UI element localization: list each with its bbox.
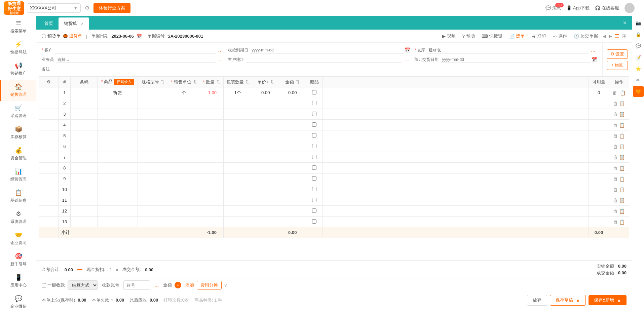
sidebar-item-corpwechat[interactable]: 💬 企业微信: [0, 291, 36, 311]
history-btn[interactable]: 🕐 历史单据: [572, 32, 600, 40]
sidebar-item-mkt[interactable]: 📢 营销推广: [0, 59, 36, 80]
app-download-btn[interactable]: 📱 App下载: [566, 5, 590, 11]
sidebar-item-biz[interactable]: 📊 经营管理: [0, 164, 36, 186]
row1-pkgqty[interactable]: 1个: [223, 87, 252, 98]
pkg-sort-icon[interactable]: ⇅: [245, 79, 249, 84]
calc-method-select[interactable]: 结算方式: [68, 280, 98, 290]
save-new-btn[interactable]: 保存&新增 ▲: [589, 295, 627, 305]
row-copy-icon[interactable]: 📋: [618, 100, 626, 107]
avatar[interactable]: [624, 3, 635, 13]
addr-more-icon[interactable]: …: [403, 57, 410, 62]
expected-date-input[interactable]: [441, 56, 590, 63]
unit-sort-icon[interactable]: ⇅: [193, 79, 197, 84]
row-delete-icon[interactable]: 🗑: [612, 122, 618, 128]
row-copy-icon[interactable]: 📋: [618, 154, 626, 161]
expense-help-icon[interactable]: ?: [224, 283, 227, 288]
row1-price[interactable]: 0.00: [252, 87, 279, 98]
row1-copy-icon[interactable]: 📋: [619, 89, 626, 96]
radio-return[interactable]: 退货单: [63, 33, 82, 39]
date-picker-icon[interactable]: 📅: [137, 34, 142, 39]
row-copy-icon[interactable]: 📋: [618, 176, 626, 182]
sidebar-item-baseinfo[interactable]: 📋 基础信息: [0, 186, 36, 207]
expected-cal-icon[interactable]: 📅: [591, 57, 597, 62]
row-delete-icon[interactable]: 🗑: [612, 219, 618, 225]
row-copy-icon[interactable]: 📋: [618, 186, 626, 193]
add-payment-label[interactable]: 添加: [185, 282, 194, 288]
sidebar-item-appcenter[interactable]: 📱 应用中心: [0, 270, 36, 291]
row-copy-icon[interactable]: 📋: [618, 219, 626, 225]
row1-spec[interactable]: [138, 87, 168, 98]
float-star-btn[interactable]: ⭐: [633, 63, 644, 74]
row-delete-icon[interactable]: 🗑: [612, 154, 618, 161]
remark-input[interactable]: [54, 66, 597, 72]
sidebar-item-search[interactable]: ☰ 搜索菜单: [0, 16, 36, 37]
sidebar-item-finance[interactable]: 💰 资金管理: [0, 143, 36, 164]
row-copy-icon[interactable]: 📋: [618, 208, 626, 215]
account-input[interactable]: [123, 280, 150, 290]
amount-sort-icon[interactable]: ⇅: [296, 79, 300, 84]
spec-sort-icon[interactable]: ⇅: [161, 79, 164, 84]
row-copy-icon[interactable]: 📋: [618, 143, 626, 150]
draft-arrow-icon[interactable]: ▲: [576, 298, 580, 303]
qty-sort-icon[interactable]: ⇅: [217, 79, 220, 84]
row1-delete-icon[interactable]: 🗑: [612, 89, 618, 96]
sidebar-item-collab[interactable]: 🤝 企业协同: [0, 228, 36, 249]
discard-btn[interactable]: 放弃: [527, 295, 547, 306]
warehouse-more-icon[interactable]: …: [590, 47, 597, 53]
company-selector[interactable]: XXXXXX公司 ▼: [27, 3, 81, 13]
row-copy-icon[interactable]: 📋: [618, 132, 626, 139]
account-more-icon[interactable]: …: [153, 282, 160, 288]
print-btn[interactable]: 🖨 打印: [529, 32, 548, 40]
float-chat-btn[interactable]: 💬: [633, 40, 644, 51]
row1-gift[interactable]: [306, 87, 323, 98]
select-order-btn[interactable]: 📄 选单: [507, 32, 527, 40]
video-btn[interactable]: ▶ 视频: [440, 32, 458, 40]
service-btn[interactable]: 🎧 在线客服: [595, 5, 619, 11]
row-delete-icon[interactable]: 🗑: [612, 132, 618, 139]
float-orange-btn[interactable]: 🧡: [633, 86, 644, 97]
prev-record-icon[interactable]: ◀: [603, 34, 606, 39]
settings-btn[interactable]: ⚙ 设置: [607, 49, 628, 59]
sidebar-item-inventory[interactable]: 📦 库存核算: [0, 122, 36, 143]
sidebar-item-quicknav[interactable]: ⚡ 快捷导航: [0, 37, 36, 59]
price-sort-icon[interactable]: ⇅: [270, 79, 274, 84]
row-delete-icon[interactable]: 🗑: [612, 165, 618, 171]
close-all-icon[interactable]: ×: [623, 20, 627, 27]
row-delete-icon[interactable]: 🗑: [612, 197, 618, 204]
row-delete-icon[interactable]: 🗑: [612, 111, 618, 118]
customer-more-icon[interactable]: …: [217, 47, 224, 53]
float-lock-btn[interactable]: 🔒: [633, 29, 644, 40]
table-settings-icon[interactable]: ⚙: [47, 79, 51, 84]
customer-addr-input[interactable]: [246, 56, 402, 63]
topbar-gear-icon[interactable]: ⚙: [85, 5, 89, 11]
sidebar-item-sales[interactable]: 🏠 销售管理: [0, 80, 36, 101]
discount-help-icon[interactable]: ?: [109, 267, 112, 272]
sidebar-item-sysmgmt[interactable]: ⚙ 系统管理: [0, 207, 36, 228]
row1-unit[interactable]: 个: [168, 87, 200, 98]
row-delete-icon[interactable]: 🗑: [612, 208, 618, 215]
add-payment-btn[interactable]: +: [175, 282, 181, 288]
row-copy-icon[interactable]: 📋: [618, 197, 626, 204]
warehouse-input[interactable]: [427, 47, 589, 53]
row-delete-icon[interactable]: 🗑: [612, 176, 618, 182]
float-edit-btn[interactable]: ✏: [633, 75, 644, 85]
ops-btn[interactable]: ⋯ 操作: [551, 32, 569, 40]
customer-input[interactable]: [54, 47, 216, 53]
table-wrapper[interactable]: ⚙ # 条码 * 商品 扫码录入 规格型号 ⇅: [36, 76, 632, 260]
float-camera-btn[interactable]: 📷: [633, 17, 644, 28]
next-record-icon[interactable]: ▶: [609, 34, 612, 39]
help-btn[interactable]: ? 帮助: [460, 32, 477, 40]
tab-close-icon[interactable]: ×: [81, 21, 84, 26]
row-copy-icon[interactable]: 📋: [618, 165, 626, 171]
msg-btn[interactable]: 💬 消息 99+: [545, 5, 561, 11]
logistics-btn[interactable]: + 物流: [607, 61, 628, 70]
row1-amount[interactable]: 0.00: [279, 87, 306, 98]
grid-view-icon[interactable]: ⊞: [622, 33, 627, 39]
row1-qty[interactable]: -1.00: [200, 87, 223, 98]
salesman-more-icon[interactable]: …: [217, 57, 224, 62]
list-view-icon[interactable]: ☰: [615, 33, 619, 39]
radio-sale[interactable]: 销货单: [42, 33, 61, 39]
scan-btn[interactable]: 扫码录入: [114, 79, 134, 85]
row1-barcode[interactable]: [71, 87, 98, 98]
float-note-btn[interactable]: 📝: [633, 52, 644, 63]
